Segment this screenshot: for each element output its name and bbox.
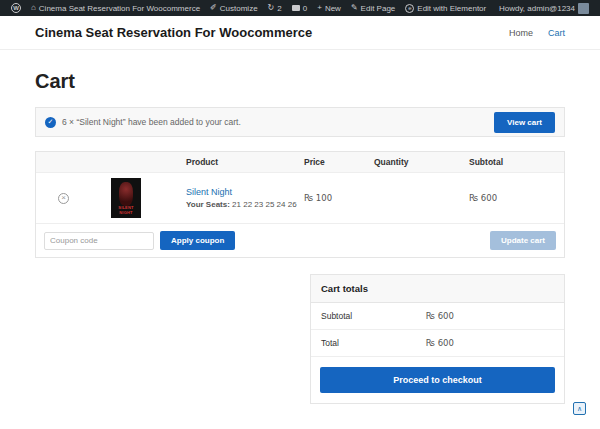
elementor-label: Edit with Elementor (417, 4, 486, 13)
poster-title-text: SILENT NIGHT (111, 205, 141, 218)
price-column-header: Price (304, 157, 374, 167)
elementor-icon: e (405, 4, 414, 13)
home-icon: ⌂ (31, 4, 36, 12)
updates-icon: ↻ (268, 4, 275, 12)
wp-admin-bar: W ⌂ Cinema Seat Reservation For Woocomme… (0, 0, 600, 16)
nav-item-home[interactable]: Home (509, 28, 533, 38)
subtotal-value: ₨ 600 (426, 311, 454, 321)
item-price: ₨ 100 (304, 193, 374, 203)
plus-icon: + (317, 4, 322, 12)
subtotal-label: Subtotal (321, 311, 426, 321)
total-label: Total (321, 338, 426, 348)
total-row: Total ₨ 600 (311, 330, 564, 357)
subtotal-row: Subtotal ₨ 600 (311, 303, 564, 330)
howdy-text: Howdy, admin@1234 (499, 4, 575, 13)
added-to-cart-notice: ✓ 6 × “Silent Night” have been added to … (35, 107, 565, 137)
cart-table-header: Product Price Quantity Subtotal (36, 152, 564, 172)
comments-count: 0 (303, 4, 307, 13)
apply-coupon-button[interactable]: Apply coupon (160, 231, 235, 250)
scroll-to-top-button[interactable]: ∧ (573, 402, 586, 415)
cart-totals-panel: Cart totals Subtotal ₨ 600 Total ₨ 600 P… (310, 274, 565, 404)
total-value: ₨ 600 (426, 338, 454, 348)
check-icon: ✓ (45, 117, 56, 128)
admin-bar-elementor[interactable]: e Edit with Elementor (400, 0, 491, 16)
page-title: Cart (35, 70, 565, 93)
quantity-column-header: Quantity (374, 157, 469, 167)
seats-values: 21 22 23 25 24 26 (230, 200, 297, 209)
updates-count: 2 (277, 4, 281, 13)
seats-label: Your Seats: (186, 200, 230, 209)
product-thumbnail[interactable]: SILENT NIGHT (111, 178, 141, 218)
notice-message: 6 × “Silent Night” have been added to yo… (62, 117, 241, 127)
avatar (578, 3, 589, 14)
customize-label: Customize (220, 4, 258, 13)
product-column-header: Product (186, 157, 304, 167)
subtotal-column-header: Subtotal (469, 157, 564, 167)
coupon-code-input[interactable] (44, 232, 154, 250)
cart-totals-title: Cart totals (311, 275, 564, 303)
site-title-link[interactable]: Cinema Seat Reservation For Woocommerce (35, 25, 312, 40)
wp-logo-menu[interactable]: W (6, 0, 26, 16)
cart-item-row: × SILENT NIGHT Silent Night Your Seats: … (36, 172, 564, 223)
wordpress-logo-icon: W (11, 3, 21, 13)
seats-info: Your Seats: 21 22 23 25 24 26 (186, 200, 304, 209)
new-label: New (325, 4, 341, 13)
poster-figure (119, 182, 133, 206)
cart-actions-row: Apply coupon Update cart (36, 223, 564, 257)
customize-icon: ✐ (210, 4, 217, 12)
admin-bar-comments[interactable]: 0 (287, 0, 312, 16)
item-subtotal: ₨ 600 (469, 193, 564, 203)
cart-table: Product Price Quantity Subtotal × SILENT… (35, 151, 565, 258)
update-cart-button[interactable]: Update cart (490, 231, 556, 250)
site-header: Cinema Seat Reservation For Woocommerce … (0, 16, 600, 50)
page-content: Cart ✓ 6 × “Silent Night” have been adde… (0, 70, 600, 404)
view-cart-button[interactable]: View cart (494, 112, 555, 133)
admin-bar-customize[interactable]: ✐ Customize (205, 0, 263, 16)
admin-bar-edit-page[interactable]: ✎ Edit Page (346, 0, 400, 16)
admin-bar-site-name: Cinema Seat Reservation For Woocommerce (39, 4, 200, 13)
proceed-to-checkout-button[interactable]: Proceed to checkout (320, 367, 555, 393)
admin-bar-account[interactable]: Howdy, admin@1234 (494, 3, 594, 14)
edit-icon: ✎ (351, 4, 358, 12)
product-name-link[interactable]: Silent Night (186, 187, 304, 197)
admin-bar-updates[interactable]: ↻ 2 (263, 0, 287, 16)
remove-item-icon[interactable]: × (58, 193, 69, 204)
edit-page-label: Edit Page (361, 4, 396, 13)
admin-bar-site-menu[interactable]: ⌂ Cinema Seat Reservation For Woocommerc… (26, 0, 205, 16)
admin-bar-new[interactable]: + New (312, 0, 346, 16)
chevron-up-icon: ∧ (577, 405, 582, 413)
main-nav: Home Cart (509, 28, 565, 38)
nav-item-cart[interactable]: Cart (548, 28, 565, 38)
comments-icon (292, 5, 300, 11)
